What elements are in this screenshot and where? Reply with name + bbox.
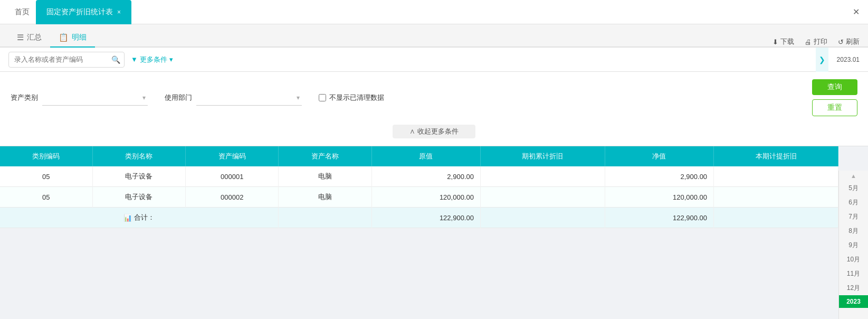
date-item-7[interactable]: 7月 [839, 210, 868, 224]
total-label-text: 合计： [134, 213, 155, 222]
nav-home[interactable]: 首页 [8, 7, 36, 17]
date-item-5[interactable]: 5月 [839, 181, 868, 195]
cell-category-name: 电子设备 [92, 166, 185, 187]
refresh-button[interactable]: ↺ 刷新 [838, 37, 860, 46]
asset-category-select[interactable] [42, 90, 148, 106]
asset-category-field: 资产类别 [11, 90, 148, 106]
reset-button[interactable]: 重置 [812, 99, 857, 116]
cell-accumulated-depreciation [480, 187, 605, 208]
window-close-button[interactable]: ✕ [853, 7, 860, 17]
nav-tab-close-icon[interactable]: × [117, 8, 121, 16]
print-icon: 🖨 [805, 38, 812, 46]
department-field: 使用部门 [165, 90, 302, 106]
main-content: 类别编码 类别名称 资产编码 资产名称 原值 期初累计折旧 净值 本期计提折旧 … [0, 146, 868, 319]
scroll-up-icon[interactable]: ▲ [851, 171, 856, 181]
detail-icon: 📋 [59, 33, 69, 42]
department-select[interactable] [196, 90, 302, 106]
total-current-depreciation [714, 208, 838, 228]
collapse-button[interactable]: ∧ 收起更多条件 [393, 125, 475, 138]
department-select-wrap [196, 90, 302, 106]
filter-bar: 🔍 ▼ 更多条件 ▾ ❯ 2023.01 [0, 48, 868, 72]
total-icon: 📊 [123, 214, 132, 222]
table-row: 05 电子设备 000002 电脑 120,000.00 120,000.00 [0, 187, 838, 208]
more-filter-button[interactable]: ▼ 更多条件 ▾ [131, 55, 173, 64]
cell-asset-name: 电脑 [279, 187, 371, 208]
col-header-net-value: 净值 [605, 146, 713, 166]
total-asset-name [279, 208, 371, 228]
refresh-label: 刷新 [846, 37, 860, 46]
cell-asset-code: 000001 [186, 166, 279, 187]
date-item-12[interactable]: 12月 [839, 281, 868, 295]
advanced-filter-section: 资产类别 使用部门 不显示已清理数据 [0, 72, 868, 146]
total-net-value: 122,900.00 [605, 208, 713, 228]
tab-detail[interactable]: 📋 明细 [50, 29, 95, 48]
total-label-cell: 📊 合计： [0, 208, 279, 228]
collapse-row: ∧ 收起更多条件 [11, 125, 857, 138]
filter-collapse-arrow[interactable]: ❯ [816, 48, 828, 72]
col-header-category-code: 类别编码 [0, 146, 92, 166]
nav-tab-fixed-assets[interactable]: 固定资产折旧统计表 × [36, 0, 131, 24]
col-header-current-depreciation: 本期计提折旧 [714, 146, 838, 166]
col-header-category-name: 类别名称 [92, 146, 185, 166]
search-icon: 🔍 [111, 55, 120, 64]
tab-detail-label: 明细 [72, 33, 87, 42]
top-nav: 首页 固定资产折旧统计表 × ✕ [0, 0, 868, 24]
table-area: 类别编码 类别名称 资产编码 资产名称 原值 期初累计折旧 净值 本期计提折旧 … [0, 146, 838, 319]
query-button[interactable]: 查询 [812, 79, 857, 95]
summary-icon: ☰ [17, 33, 24, 42]
cell-accumulated-depreciation [480, 166, 605, 187]
cell-net-value: 2,900.00 [605, 166, 713, 187]
col-header-original-value: 原值 [371, 146, 480, 166]
date-year-badge[interactable]: 2023 [839, 295, 868, 308]
cell-original-value: 2,900.00 [371, 166, 480, 187]
print-label: 打印 [814, 37, 827, 46]
cell-category-code: 05 [0, 187, 92, 208]
table-row: 05 电子设备 000001 电脑 2,900.00 2,900.00 [0, 166, 838, 187]
col-header-asset-code: 资产编码 [186, 146, 279, 166]
cell-category-code: 05 [0, 166, 92, 187]
date-item-6[interactable]: 6月 [839, 195, 868, 210]
col-header-accumulated-depreciation: 期初累计折旧 [480, 146, 605, 166]
tab-toolbar: ⬇ 下载 🖨 打印 ↺ 刷新 [772, 37, 860, 46]
hide-cleared-wrap: 不显示已清理数据 [319, 93, 384, 102]
date-display: 2023.01 [837, 56, 860, 63]
data-table: 类别编码 类别名称 资产编码 资产名称 原值 期初累计折旧 净值 本期计提折旧 … [0, 146, 838, 228]
cell-asset-name: 电脑 [279, 166, 371, 187]
cell-net-value: 120,000.00 [605, 187, 713, 208]
asset-category-label: 资产类别 [11, 93, 38, 102]
more-filter-label: 更多条件 [140, 55, 167, 64]
download-button[interactable]: ⬇ 下载 [772, 37, 794, 46]
date-item-10[interactable]: 10月 [839, 252, 868, 267]
filter-icon: ▼ [131, 55, 138, 63]
download-label: 下载 [780, 37, 794, 46]
search-input[interactable] [8, 52, 125, 68]
hide-cleared-label: 不显示已清理数据 [329, 93, 384, 102]
search-wrap: 🔍 [8, 52, 125, 68]
tab-row: ☰ 汇总 📋 明细 ⬇ 下载 🖨 打印 ↺ 刷新 [0, 24, 868, 48]
nav-tab-title: 固定资产折旧统计表 [46, 7, 113, 17]
total-original-value: 122,900.00 [371, 208, 480, 228]
date-sidebar: ▲ 5月 6月 7月 8月 9月 10月 11月 12月 2023 [838, 171, 868, 319]
total-accumulated-depreciation [480, 208, 605, 228]
total-row: 📊 合计： 122,900.00 122,900.00 [0, 208, 838, 228]
department-label: 使用部门 [165, 93, 192, 102]
filter-row-1: 资产类别 使用部门 不显示已清理数据 [11, 79, 857, 116]
col-header-asset-name: 资产名称 [279, 146, 371, 166]
cell-asset-code: 000002 [186, 187, 279, 208]
cell-category-name: 电子设备 [92, 187, 185, 208]
cell-original-value: 120,000.00 [371, 187, 480, 208]
download-icon: ⬇ [772, 38, 778, 46]
tab-summary[interactable]: ☰ 汇总 [8, 29, 50, 48]
cell-current-depreciation [714, 166, 838, 187]
hide-cleared-checkbox[interactable] [319, 94, 326, 101]
date-item-11[interactable]: 11月 [839, 267, 868, 281]
filter-buttons: 查询 重置 [812, 79, 857, 116]
refresh-icon: ↺ [838, 38, 844, 46]
cell-current-depreciation [714, 187, 838, 208]
more-filter-chevron: ▾ [169, 55, 173, 63]
tab-summary-label: 汇总 [27, 33, 42, 42]
date-item-9[interactable]: 9月 [839, 238, 868, 252]
print-button[interactable]: 🖨 打印 [805, 37, 827, 46]
asset-category-select-wrap [42, 90, 148, 106]
date-item-8[interactable]: 8月 [839, 224, 868, 238]
